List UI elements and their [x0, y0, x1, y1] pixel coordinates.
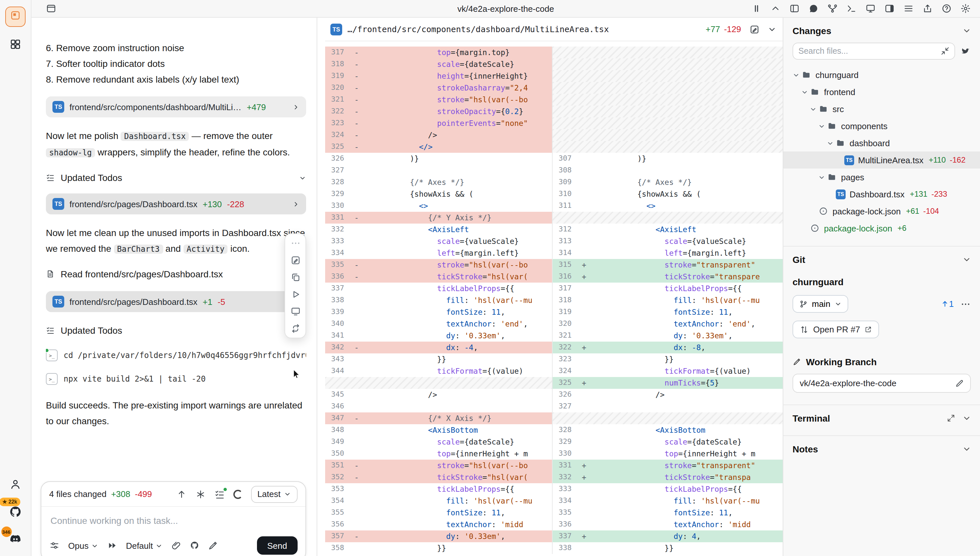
- chevron-down-icon[interactable]: [810, 105, 819, 112]
- chevron-down-icon[interactable]: [818, 173, 827, 181]
- collapse-files-icon[interactable]: [940, 47, 949, 56]
- panel-left-icon[interactable]: [789, 3, 800, 14]
- working-branch-input[interactable]: vk/4e2a-explore-the-code: [793, 374, 971, 393]
- diff-sign: [576, 223, 592, 235]
- more-options-icon[interactable]: [290, 238, 300, 249]
- open-pr-button[interactable]: Open PR #7: [793, 321, 879, 338]
- annotate-icon[interactable]: [749, 24, 759, 34]
- file-diff-card[interactable]: TS frontend/src/components/dashboard/Mul…: [46, 96, 306, 117]
- tree-folder-dashboard[interactable]: dashboard: [783, 134, 980, 152]
- help-icon[interactable]: [941, 3, 952, 14]
- chevron-right-icon[interactable]: [292, 103, 300, 110]
- diff-line-old: 321- stroke="hsl(var(--bo: [325, 94, 552, 105]
- branch-selector[interactable]: main: [793, 295, 848, 313]
- github-icon[interactable]: ★ 22k: [6, 504, 24, 522]
- copy-icon[interactable]: [290, 272, 300, 283]
- pause-icon[interactable]: [751, 3, 762, 14]
- boards-icon[interactable]: [6, 36, 24, 55]
- share-icon[interactable]: [922, 3, 933, 14]
- tree-folder-src[interactable]: src: [783, 100, 980, 117]
- tree-file-Dashboard.tsx[interactable]: TSDashboard.tsx+131-233: [783, 186, 980, 203]
- fast-forward-icon[interactable]: [107, 540, 117, 551]
- discord-icon[interactable]: 346: [6, 531, 24, 550]
- app-logo[interactable]: [5, 6, 26, 27]
- commits-ahead[interactable]: 1: [941, 299, 954, 309]
- bird-icon[interactable]: [960, 46, 971, 57]
- sparkle-icon[interactable]: [195, 489, 205, 499]
- changes-section-header[interactable]: Changes: [783, 18, 980, 39]
- line-number: 333: [325, 235, 349, 247]
- git-section-header[interactable]: Git: [783, 247, 980, 268]
- terminal-icon[interactable]: [846, 3, 857, 14]
- diff-sign: [349, 235, 365, 247]
- pencil-icon[interactable]: [955, 379, 964, 388]
- code-text: textAnchor: 'end',: [592, 318, 783, 330]
- tree-folder-frontend[interactable]: frontend: [783, 83, 980, 100]
- signature-pen-icon[interactable]: [208, 540, 218, 551]
- chevron-down-icon[interactable]: [962, 414, 971, 423]
- send-button[interactable]: Send: [257, 536, 298, 555]
- chat-bubble-icon[interactable]: [808, 3, 819, 14]
- diff-line-old: 350 top={innerHeight + m: [325, 448, 552, 460]
- tree-folder-churnguard[interactable]: churnguard: [783, 66, 980, 83]
- menu-icon[interactable]: [903, 3, 914, 14]
- annotate-icon[interactable]: [290, 255, 300, 265]
- tune-icon[interactable]: [49, 540, 60, 551]
- tree-file-package-lock.json[interactable]: package-lock.json+6: [783, 220, 980, 237]
- settings-icon[interactable]: [960, 3, 971, 14]
- collapse-up-icon[interactable]: [770, 3, 781, 14]
- run-icon[interactable]: [290, 289, 300, 300]
- attach-icon[interactable]: [171, 540, 182, 551]
- terminal-command-row[interactable]: >_ cd /private/var/folders/10/h7w0q46556…: [46, 348, 306, 363]
- diff-line-new: 328 <AxisBottom: [552, 424, 783, 436]
- files-changed-label[interactable]: 4 files changed: [49, 489, 107, 499]
- terminal-section-header[interactable]: Terminal: [783, 405, 980, 426]
- diff-line-old: 322- strokeOpacity={0.2}: [325, 105, 552, 117]
- terminal-command-row[interactable]: >_ npx vite build 2>&1 | tail -20: [46, 371, 306, 387]
- compare-icon[interactable]: [290, 323, 300, 334]
- expand-icon[interactable]: [946, 414, 956, 423]
- chevron-down-icon[interactable]: [299, 174, 306, 181]
- tree-file-package-lock.json[interactable]: package-lock.json+61-104: [783, 203, 980, 220]
- chevron-down-icon[interactable]: [827, 139, 836, 147]
- updated-todos-row[interactable]: Updated Todos: [46, 170, 306, 186]
- chevron-down-icon[interactable]: [793, 71, 802, 78]
- chevron-down-icon[interactable]: [818, 122, 827, 129]
- chevron-down-icon[interactable]: [801, 88, 810, 95]
- mode-selector[interactable]: Default: [126, 541, 163, 550]
- tree-folder-pages[interactable]: pages: [783, 168, 980, 186]
- account-icon[interactable]: [6, 476, 24, 495]
- tree-folder-components[interactable]: components: [783, 117, 980, 134]
- removed-count: -5: [218, 297, 225, 307]
- notes-section-header[interactable]: Notes: [783, 436, 980, 457]
- diff-sign: +: [576, 377, 592, 389]
- status-dot: [46, 348, 49, 353]
- panel-right-icon[interactable]: [884, 3, 895, 14]
- more-options-icon[interactable]: [960, 299, 971, 309]
- chevron-down-icon[interactable]: [962, 255, 971, 264]
- tree-file-MultiLineArea.tsx[interactable]: TSMultiLineArea.tsx+110-162: [783, 152, 980, 168]
- code-text: tickLabelProps={{: [365, 483, 552, 495]
- chevron-down-icon[interactable]: [962, 27, 971, 36]
- search-files-input[interactable]: [798, 47, 936, 56]
- read-file-row[interactable]: Read frontend/src/pages/Dashboard.tsx: [46, 266, 306, 282]
- preview-icon[interactable]: [290, 306, 300, 317]
- read-file-label: Read frontend/src/pages/Dashboard.tsx: [61, 269, 223, 279]
- window-icon[interactable]: [46, 3, 57, 14]
- chevron-down-icon[interactable]: [767, 25, 776, 34]
- model-selector[interactable]: Opus: [68, 541, 98, 550]
- github-small-icon[interactable]: [191, 541, 199, 550]
- scroll-up-icon[interactable]: [176, 489, 187, 499]
- file-diff-card[interactable]: TS frontend/src/pages/Dashboard.tsx +1 -…: [46, 291, 306, 312]
- chat-input[interactable]: [50, 516, 296, 526]
- diff-row: 336- tickStroke="hsl(var(316+ tickStroke…: [325, 271, 783, 283]
- git-network-icon[interactable]: [827, 3, 838, 14]
- version-selector[interactable]: Latest: [251, 485, 298, 503]
- monitor-icon[interactable]: [865, 3, 876, 14]
- chevron-down-icon[interactable]: [962, 445, 971, 454]
- todos-status-icon[interactable]: [214, 489, 224, 499]
- updated-todos-row[interactable]: Updated Todos: [46, 323, 306, 338]
- chevron-right-icon[interactable]: [292, 200, 300, 207]
- file-diff-card[interactable]: TS frontend/src/pages/Dashboard.tsx +130…: [46, 194, 306, 214]
- diff-sign: [576, 247, 592, 259]
